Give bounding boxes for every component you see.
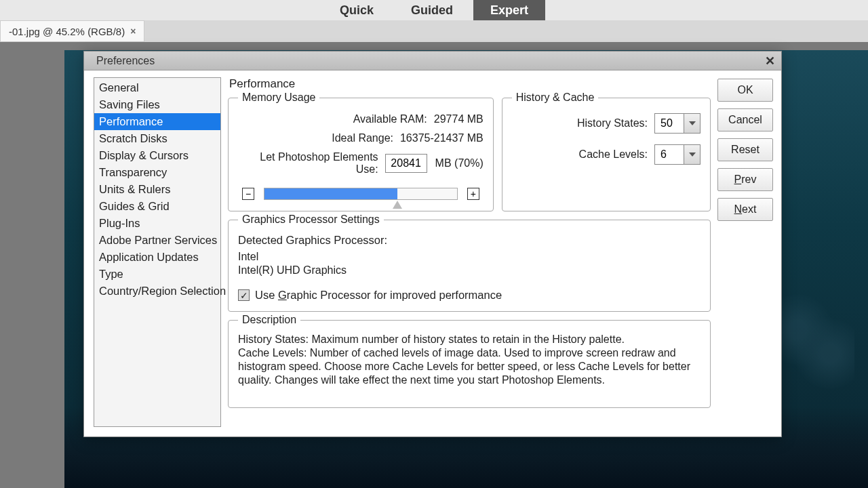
cache-levels-label: Cache Levels: — [579, 148, 648, 161]
gpu-vendor: Intel — [238, 251, 701, 263]
document-tab[interactable]: -01.jpg @ 45.2% (RGB/8) × — [0, 20, 144, 42]
memory-slider[interactable] — [264, 188, 458, 200]
sidebar-item-guides-grid[interactable]: Guides & Grid — [94, 198, 220, 215]
sidebar-item-saving-files[interactable]: Saving Files — [94, 96, 220, 113]
tab-guided[interactable]: Guided — [394, 0, 470, 21]
memory-use-suffix: MB (70%) — [435, 157, 484, 169]
description-group: Description History States: Maximum numb… — [228, 320, 711, 408]
cache-levels-value: 6 — [655, 145, 684, 164]
gpu-legend: Graphics Processor Settings — [238, 214, 384, 226]
sidebar-item-display-cursors[interactable]: Display & Cursors — [94, 147, 220, 164]
history-cache-group: History & Cache History States: 50 Cache… — [502, 98, 711, 211]
history-states-combo[interactable]: 50 — [654, 113, 701, 134]
sidebar-item-transparency[interactable]: Transparency — [94, 164, 220, 181]
sidebar-item-application-updates[interactable]: Application Updates — [94, 249, 220, 266]
ideal-range-value: 16375-21437 MB — [400, 132, 484, 144]
prev-button[interactable]: Prev — [717, 168, 773, 191]
close-dialog-button[interactable]: ✕ — [762, 54, 777, 68]
sidebar-item-adobe-partner-services[interactable]: Adobe Partner Services — [94, 232, 220, 249]
memory-usage-legend: Memory Usage — [238, 92, 319, 104]
sidebar-item-units-rulers[interactable]: Units & Rulers — [94, 181, 220, 198]
dialog-title: Preferences — [96, 55, 155, 67]
panel-title: Performance — [228, 77, 711, 91]
sidebar-item-country-region-selection[interactable]: Country/Region Selection — [94, 283, 220, 300]
chevron-down-icon[interactable] — [684, 145, 700, 164]
dialog-buttons: OK Cancel Reset Prev Next — [717, 77, 773, 427]
history-cache-legend: History & Cache — [512, 92, 599, 104]
use-gpu-checkbox[interactable]: ✓ — [238, 289, 250, 301]
gpu-name: Intel(R) UHD Graphics — [238, 264, 701, 277]
gpu-settings-group: Graphics Processor Settings Detected Gra… — [228, 220, 711, 312]
ok-button[interactable]: OK — [717, 79, 773, 102]
memory-use-label: Let Photoshop Elements Use: — [238, 151, 378, 176]
reset-button[interactable]: Reset — [717, 138, 773, 161]
available-ram-value: 29774 MB — [434, 113, 484, 125]
sidebar-item-type[interactable]: Type — [94, 266, 220, 283]
ideal-range-label: Ideal Range: — [238, 132, 393, 144]
document-tab-bar: -01.jpg @ 45.2% (RGB/8) × — [0, 20, 868, 42]
description-text: History States: Maximum number of histor… — [238, 333, 701, 387]
mode-tabs: Quick Guided Expert — [0, 0, 868, 20]
memory-use-input[interactable] — [385, 154, 427, 173]
detected-gpu-label: Detected Graphics Processor: — [238, 234, 701, 247]
sidebar-item-scratch-disks[interactable]: Scratch Disks — [94, 130, 220, 147]
close-document-icon[interactable]: × — [130, 26, 136, 37]
description-legend: Description — [238, 314, 300, 326]
memory-usage-group: Memory Usage Available RAM: 29774 MB Ide… — [228, 98, 494, 211]
use-gpu-label: Use Graphic Processor for improved perfo… — [255, 289, 502, 302]
document-tab-label: -01.jpg @ 45.2% (RGB/8) — [9, 26, 125, 37]
history-states-label: History States: — [577, 117, 648, 129]
preferences-main-panel: Performance Memory Usage Available RAM: … — [228, 77, 711, 427]
sidebar-item-plug-ins[interactable]: Plug-Ins — [94, 215, 220, 232]
available-ram-label: Available RAM: — [238, 113, 427, 125]
chevron-down-icon[interactable] — [684, 114, 700, 133]
preferences-sidebar: GeneralSaving FilesPerformanceScratch Di… — [94, 77, 221, 427]
memory-slider-fill — [264, 188, 397, 199]
memory-slider-thumb[interactable] — [393, 201, 402, 209]
dialog-titlebar[interactable]: Preferences ✕ — [84, 52, 781, 70]
sidebar-item-general[interactable]: General — [94, 79, 220, 96]
memory-decrease-button[interactable]: − — [242, 188, 254, 200]
memory-increase-button[interactable]: + — [467, 188, 479, 200]
sidebar-item-performance[interactable]: Performance — [94, 113, 220, 130]
tab-quick[interactable]: Quick — [323, 0, 391, 21]
preferences-dialog: Preferences ✕ GeneralSaving FilesPerform… — [83, 51, 782, 437]
history-states-value: 50 — [655, 114, 684, 133]
tab-expert[interactable]: Expert — [473, 0, 545, 21]
next-button[interactable]: Next — [717, 198, 773, 221]
cancel-button[interactable]: Cancel — [717, 108, 773, 131]
cache-levels-combo[interactable]: 6 — [654, 144, 701, 165]
